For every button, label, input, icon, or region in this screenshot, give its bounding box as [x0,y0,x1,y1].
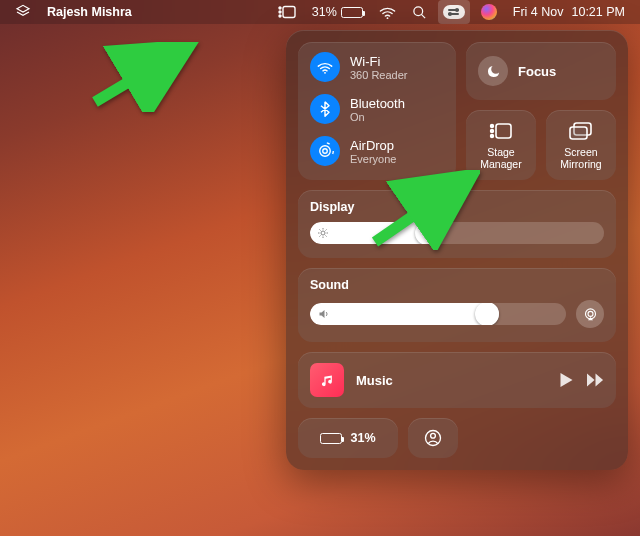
next-track-icon[interactable] [587,373,604,387]
airdrop-icon [310,136,340,166]
svg-rect-13 [496,124,511,138]
svg-point-7 [323,149,328,154]
siri-icon[interactable] [476,0,502,24]
moon-icon [478,56,508,86]
speaker-icon [317,308,330,320]
stage-manager-icon [489,120,513,142]
svg-point-6 [324,71,326,73]
svg-point-4 [386,17,388,19]
music-title: Music [356,373,393,388]
svg-point-20 [431,433,436,438]
connectivity-tile: Wi-Fi360 Reader BluetoothOn AirDropEvery… [298,42,456,180]
svg-point-8 [320,146,331,157]
svg-point-0 [279,7,281,9]
svg-point-18 [588,311,593,316]
user-icon [424,429,442,447]
screen-mirroring-icon [569,120,593,142]
battery-pill[interactable]: 31% [298,418,398,458]
play-icon[interactable] [560,373,573,387]
svg-point-5 [414,6,423,15]
bluetooth-icon [310,94,340,124]
battery-percent-text: 31% [312,5,337,19]
airdrop-title: AirDrop [350,138,396,153]
svg-line-21 [95,50,182,102]
airdrop-subtitle: Everyone [350,153,396,165]
menubar-date: Fri 4 Nov [513,5,564,19]
airplay-audio-icon[interactable] [576,300,604,328]
svg-point-10 [491,125,494,128]
svg-point-2 [279,15,281,17]
sound-label: Sound [310,278,604,292]
svg-rect-15 [570,127,587,139]
annotation-arrow [90,42,200,112]
menu-bar: Rajesh Mishra 31% Fri 4 Nov 10:21 PM [0,0,640,24]
svg-point-11 [491,130,494,133]
svg-point-16 [321,231,325,235]
focus-tile[interactable]: Focus [466,42,616,100]
display-slider[interactable] [310,222,604,244]
wifi-subtitle: 360 Reader [350,69,408,81]
music-app-icon [310,363,344,397]
screen-mirroring-tile[interactable]: ScreenMirroring [546,110,616,180]
stage-manager-label: StageManager [480,146,521,170]
svg-point-1 [279,11,281,13]
spotlight-search-icon[interactable] [407,0,432,24]
bluetooth-subtitle: On [350,111,405,123]
control-center-menubar-icon[interactable] [438,0,470,24]
user-pill[interactable] [408,418,458,458]
brightness-icon [317,227,329,239]
svg-rect-3 [283,7,295,18]
clock[interactable]: Fri 4 Nov 10:21 PM [508,0,630,24]
display-label: Display [310,200,604,214]
bluetooth-title: Bluetooth [350,96,405,111]
menubar-time: 10:21 PM [571,5,625,19]
app-name[interactable]: Rajesh Mishra [42,0,137,24]
focus-label: Focus [518,64,556,79]
battery-icon [320,433,342,444]
wifi-toggle[interactable]: Wi-Fi360 Reader [310,52,444,82]
wifi-icon [310,52,340,82]
app-icon[interactable] [10,0,36,24]
battery-icon [341,7,363,18]
sound-slider[interactable] [310,303,566,325]
display-tile: Display [298,190,616,258]
sound-tile: Sound [298,268,616,342]
bluetooth-toggle[interactable]: BluetoothOn [310,94,444,124]
wifi-title: Wi-Fi [350,54,408,69]
stage-manager-menubar-icon[interactable] [273,0,301,24]
battery-status[interactable]: 31% [307,0,368,24]
battery-pill-text: 31% [350,431,375,445]
screen-mirroring-label: ScreenMirroring [560,146,601,170]
stage-manager-tile[interactable]: StageManager [466,110,536,180]
music-tile[interactable]: Music [298,352,616,408]
airdrop-toggle[interactable]: AirDropEveryone [310,136,444,166]
wifi-menubar-icon[interactable] [374,0,401,24]
svg-point-12 [491,135,494,138]
control-center-panel: Wi-Fi360 Reader BluetoothOn AirDropEvery… [286,30,628,470]
